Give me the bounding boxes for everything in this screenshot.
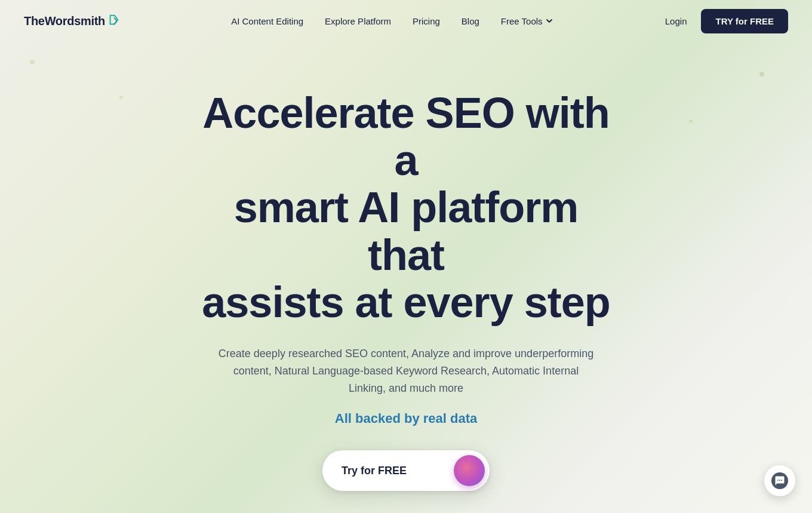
- logo-icon: [109, 14, 119, 27]
- login-link[interactable]: Login: [665, 16, 687, 26]
- hero-subtitle: Create deeply researched SEO content, An…: [215, 345, 597, 397]
- cta-container: Try for FREE: [322, 450, 490, 491]
- hero-backed-text: All backed by real data: [335, 411, 477, 426]
- nav-links: AI Content Editing Explore Platform Pric…: [231, 16, 553, 26]
- svg-point-1: [779, 480, 780, 481]
- svg-point-2: [781, 480, 782, 481]
- svg-point-0: [777, 480, 779, 481]
- nav-item-explore[interactable]: Explore Platform: [325, 16, 391, 26]
- cta-pill-label: Try for FREE: [342, 465, 407, 477]
- nav-item-free-tools[interactable]: Free Tools: [501, 16, 553, 26]
- hero-section: Accelerate SEO with a smart AI platform …: [0, 42, 812, 513]
- nav-item-blog[interactable]: Blog: [462, 16, 479, 26]
- nav-right: Login TRY for FREE: [665, 9, 788, 33]
- nav-item-pricing[interactable]: Pricing: [413, 16, 440, 26]
- chat-icon: [771, 472, 788, 489]
- try-free-button[interactable]: TRY for FREE: [701, 9, 788, 33]
- cta-pill-circle: [454, 455, 485, 486]
- chevron-down-icon: [545, 17, 553, 25]
- nav-item-ai-content[interactable]: AI Content Editing: [231, 16, 303, 26]
- logo[interactable]: TheWordsmith: [24, 14, 119, 28]
- chat-support-button[interactable]: [764, 465, 795, 496]
- logo-text: TheWordsmith: [24, 14, 105, 28]
- cta-pill-button[interactable]: Try for FREE: [322, 450, 490, 491]
- navbar: TheWordsmith AI Content Editing Explore …: [0, 0, 812, 42]
- hero-title: Accelerate SEO with a smart AI platform …: [191, 90, 621, 326]
